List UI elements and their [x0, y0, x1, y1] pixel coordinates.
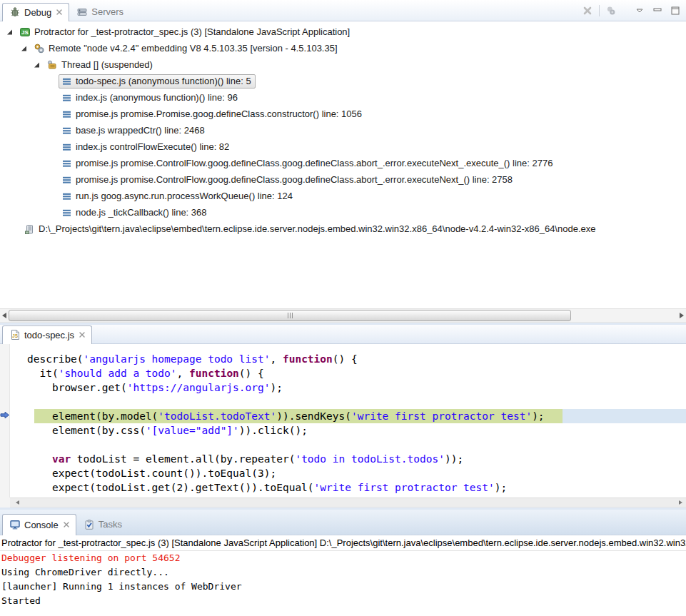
stack-frame-icon	[61, 92, 72, 103]
bug-icon	[9, 6, 21, 18]
editor-tabbar: JStodo-spec.js	[0, 325, 686, 344]
debug-tree-item[interactable]: Remote "node v4.2.4" embedding V8 4.5.10…	[0, 40, 686, 56]
code-line: var todoList = element.all(by.repeater('…	[27, 452, 686, 466]
code-editor[interactable]: describe('angularjs homepage todo list',…	[0, 344, 686, 498]
remove-all-icon	[582, 5, 593, 16]
scroll-left-arrow-icon[interactable]	[0, 309, 9, 322]
line-selection-highlight	[563, 409, 686, 423]
svg-text:JS: JS	[21, 29, 29, 36]
console-output-area[interactable]: Protractor for _test-protractor_spec.js …	[0, 535, 686, 616]
launch-group-button[interactable]	[605, 4, 617, 17]
debug-tree-item[interactable]: D:\_Projects\git\tern.java\eclipse\embed…	[0, 221, 686, 237]
minimize-button[interactable]	[651, 4, 664, 17]
debug-view-toolbar	[581, 4, 682, 17]
stack-frame-icon	[61, 125, 72, 136]
remove-all-terminated-button[interactable]	[581, 4, 594, 17]
console-view: ConsoleTasks Protractor for _test-protra…	[0, 510, 686, 616]
tab-tasks[interactable]: Tasks	[76, 513, 129, 535]
debug-launch-tree: JSProtractor for _test-protractor_spec.j…	[0, 21, 686, 308]
code-line	[27, 395, 686, 409]
thread-icon	[46, 59, 58, 71]
stack-frame-item[interactable]: node.js _tickCallback() line: 368	[0, 204, 686, 221]
stack-frame-item[interactable]: promise.js promise.ControlFlow.goog.defi…	[0, 171, 686, 188]
editor-area: JStodo-spec.js describe('angularjs homep…	[0, 325, 686, 508]
tree-item-label: node.js _tickCallback() line: 368	[76, 207, 207, 218]
console-process-header: Protractor for _test-protractor_spec.js …	[0, 535, 686, 551]
stack-frame-icon	[61, 108, 72, 120]
tree-expander-icon[interactable]	[31, 59, 43, 71]
tab-label: Servers	[91, 6, 123, 17]
scroll-left-arrow-icon[interactable]	[13, 498, 21, 507]
stack-frame-icon	[61, 158, 72, 169]
minimize-icon	[652, 5, 663, 16]
maximize-button[interactable]	[669, 4, 682, 17]
code-line: browser.get('https://angularjs.org');	[27, 380, 686, 395]
maximize-icon	[670, 5, 681, 16]
console-icon	[9, 519, 21, 530]
tab-debug[interactable]: Debug	[2, 3, 69, 21]
stack-frame-item[interactable]: base.js wrappedCtr() line: 2468	[0, 122, 686, 138]
tree-item-label: todo-spec.js (anonymous function)() line…	[76, 76, 251, 86]
stack-frame-icon	[61, 141, 72, 153]
code-line: describe('angularjs homepage todo list',…	[27, 352, 686, 366]
tree-item-label: index.js (anonymous function)() line: 96	[76, 92, 238, 103]
jsfile-icon: JS	[9, 329, 21, 340]
v8-gears-icon	[34, 43, 45, 54]
stack-frame-item[interactable]: index.js (anonymous function)() line: 96	[0, 89, 686, 106]
tree-expander-icon[interactable]	[4, 26, 16, 38]
stack-frame-item[interactable]: todo-spec.js (anonymous function)() line…	[0, 73, 686, 89]
scroll-right-arrow-icon[interactable]	[676, 498, 685, 507]
code-line: element(by.css('[value="add"]')).click()…	[27, 423, 686, 438]
code-line	[27, 438, 686, 452]
process-icon	[24, 223, 35, 235]
tab-console[interactable]: Console	[2, 514, 76, 535]
svg-text:JS: JS	[12, 333, 19, 338]
tree-item-label: promise.js promise.ControlFlow.goog.defi…	[76, 174, 513, 185]
scroll-right-arrow-icon[interactable]	[677, 309, 686, 322]
view-menu-button[interactable]	[633, 4, 646, 17]
scrollbar-corner	[0, 498, 10, 508]
current-debug-line: element(by.model('todoList.todoText')).s…	[27, 409, 686, 423]
tree-item-label: run.js goog.async.run.processWorkQueue()…	[76, 191, 293, 201]
tasks-icon	[84, 519, 95, 530]
close-icon[interactable]	[64, 522, 69, 527]
tab-label: Debug	[24, 7, 51, 18]
tab-label: todo-spec.js	[24, 330, 74, 340]
code-content[interactable]: describe('angularjs homepage todo list',…	[10, 344, 686, 498]
chevron-down-icon	[634, 5, 645, 16]
annotation-ruler[interactable]	[0, 344, 10, 498]
editor-horizontal-scrollbar[interactable]	[10, 498, 686, 508]
scrollbar-thumb[interactable]	[9, 310, 571, 321]
launch-group-icon	[605, 5, 617, 16]
servers-icon	[76, 6, 88, 18]
js-app-icon: JS	[19, 26, 31, 38]
instruction-pointer-icon	[0, 409, 11, 420]
tab-todo-spec-js[interactable]: JStodo-spec.js	[2, 325, 92, 344]
console-line: [launcher] Running 1 instances of WebDri…	[1, 580, 686, 594]
tree-item-label: promise.js promise.ControlFlow.goog.defi…	[76, 158, 553, 168]
tree-item-label: Protractor for _test-protractor_spec.js …	[34, 26, 350, 37]
tree-item-label: Thread [] (suspended)	[61, 59, 153, 70]
stack-frame-icon	[61, 207, 72, 218]
tree-item-label: D:\_Projects\git\tern.java\eclipse\embed…	[39, 223, 595, 234]
toolbar-separator	[599, 5, 600, 16]
console-view-tabbar: ConsoleTasks	[0, 510, 686, 535]
tree-item-label: index.js controlFlowExecute() line: 82	[76, 141, 229, 152]
debug-tree-item[interactable]: JSProtractor for _test-protractor_spec.j…	[0, 24, 686, 40]
debug-view: DebugServers JSProtractor for _test-prot…	[0, 0, 686, 323]
debug-tree-item[interactable]: Thread [] (suspended)	[0, 56, 686, 73]
close-icon[interactable]	[56, 9, 62, 15]
tree-expander-icon[interactable]	[19, 43, 30, 54]
stack-frame-item[interactable]: run.js goog.async.run.processWorkQueue()…	[0, 188, 686, 204]
stack-frame-item[interactable]: promise.js promise.ControlFlow.goog.defi…	[0, 155, 686, 171]
stack-frame-icon	[61, 76, 72, 87]
tab-label: Tasks	[99, 519, 122, 530]
console-line: Started	[1, 594, 686, 608]
tree-item-label: Remote "node v4.2.4" embedding V8 4.5.10…	[49, 43, 338, 54]
stack-frame-item[interactable]: index.js controlFlowExecute() line: 82	[0, 138, 686, 155]
tab-servers[interactable]: Servers	[69, 2, 131, 21]
debug-horizontal-scrollbar[interactable]	[0, 308, 686, 323]
stack-frame-item[interactable]: promise.js promise.Promise.goog.defineCl…	[0, 106, 686, 122]
close-icon[interactable]	[79, 332, 85, 338]
code-line: expect(todoList.get(2).getText()).toEqua…	[27, 480, 686, 495]
